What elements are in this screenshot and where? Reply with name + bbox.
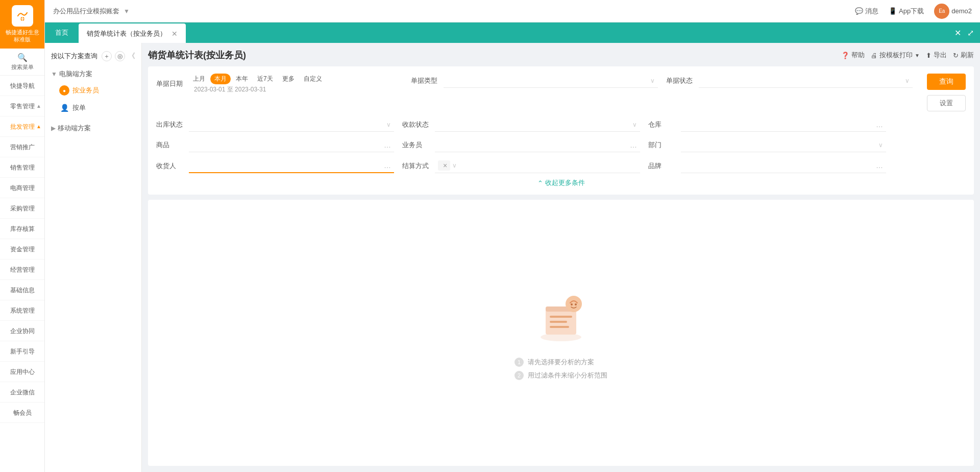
empty-tip-1: 1 请先选择要分析的方案: [514, 358, 607, 367]
date-btn-more[interactable]: 更多: [278, 74, 299, 84]
filter-goods-select[interactable]: …: [189, 138, 394, 152]
app-download-action[interactable]: 📱 App下载: [889, 7, 924, 16]
topbar-dropdown-icon[interactable]: ▼: [124, 8, 130, 15]
sidebar-item-sales[interactable]: 销售管理: [0, 157, 44, 178]
filter-brand: 品牌 …: [648, 159, 886, 173]
tabbar-close-icon[interactable]: ✕: [952, 26, 963, 40]
filter-warehouse: 仓库 …: [648, 117, 886, 132]
sidebar-item-ecommerce[interactable]: 电商管理: [0, 178, 44, 198]
refresh-btn[interactable]: ↻ 刷新: [953, 51, 974, 60]
print-dropdown-icon: ▼: [915, 53, 920, 58]
lp-edit-btn[interactable]: ◎: [115, 51, 125, 61]
set-btn[interactable]: 设置: [927, 95, 966, 111]
date-btn-custom[interactable]: 自定义: [300, 74, 326, 84]
date-btn-this-year[interactable]: 本年: [232, 74, 252, 84]
tip-num-2: 2: [514, 371, 524, 380]
sidebar-search[interactable]: 🔍 搜索菜单: [0, 49, 44, 76]
filter-out-status-select[interactable]: ∨: [189, 117, 394, 132]
export-icon: ⬆: [926, 52, 932, 59]
svg-point-10: [575, 303, 577, 305]
filter-salesperson-select[interactable]: …: [435, 138, 640, 152]
template-print-label: 按模板打印: [879, 51, 913, 60]
filter-payment-tag-close[interactable]: ×: [443, 161, 447, 170]
filter-consignee-input[interactable]: …: [189, 159, 394, 173]
btn-group: 查询 设置: [921, 74, 966, 111]
sidebar-item-member[interactable]: 畅会员: [0, 403, 44, 423]
user-action[interactable]: Ea demo2: [934, 4, 972, 19]
collapse-btn[interactable]: ⌃ 收起更多条件: [156, 178, 966, 187]
filter-doc-type: 单据类型 ∨: [411, 74, 657, 88]
sidebar-item-operations[interactable]: 经营管理: [0, 259, 44, 280]
empty-tip-2-text: 用过滤条件来缩小分析范围: [528, 371, 607, 380]
filter-consignee-label: 收货人: [156, 161, 185, 171]
page-title: 销货单统计表(按业务员): [148, 49, 246, 61]
tab-sales-stats[interactable]: 销货单统计表（按业务员） ✕: [79, 23, 186, 44]
template-print-btn[interactable]: 🖨 按模板打印 ▼: [871, 51, 920, 60]
logo-icon: [12, 5, 33, 27]
tabbar-expand-icon[interactable]: ⤢: [965, 26, 976, 40]
lp-item-by-order[interactable]: 👤 按单: [45, 99, 141, 116]
message-label: 消息: [865, 7, 878, 16]
content: 按以下方案查询 ＋ ◎ 《 ▼ 电脑端方案 ● 按业务员 👤: [45, 43, 980, 472]
date-btn-last-month[interactable]: 上月: [189, 74, 209, 84]
left-panel: 按以下方案查询 ＋ ◎ 《 ▼ 电脑端方案 ● 按业务员 👤: [45, 43, 142, 472]
sidebar-item-newbie[interactable]: 新手引导: [0, 341, 44, 362]
tabbar-actions: ✕ ⤢: [952, 26, 980, 40]
sidebar-logo[interactable]: 畅捷通好生意 标准版: [0, 0, 44, 49]
filter-doc-status-select[interactable]: ∨: [699, 74, 913, 88]
sidebar-item-basic[interactable]: 基础信息: [0, 280, 44, 300]
filter-doc-status: 单据状态 ∨: [666, 74, 913, 88]
sidebar-item-wechat[interactable]: 企业微信: [0, 382, 44, 403]
help-icon: ❓: [841, 52, 849, 59]
lp-collapse-btn[interactable]: 《: [128, 52, 135, 61]
filter-out-status-label: 出库状态: [156, 120, 185, 129]
right-content: 销货单统计表(按业务员) ❓ 帮助 🖨 按模板打印 ▼ ⬆ 导出: [142, 43, 980, 472]
filter-payment-label: 结算方式: [402, 161, 431, 171]
filter-doc-type-select[interactable]: ∨: [444, 74, 657, 88]
filter-consignee-dots: …: [384, 161, 391, 170]
lp-item-by-salesperson[interactable]: ● 按业务员: [45, 82, 141, 99]
sidebar-item-appstore[interactable]: 应用中心: [0, 362, 44, 382]
sidebar-item-shortcuts[interactable]: 快捷导航: [0, 76, 44, 96]
date-btn-this-month[interactable]: 本月: [210, 74, 231, 84]
topbar: 办公用品行业模拟账套 ▼ 💬 消息 📱 App下载 Ea demo2: [45, 0, 980, 22]
filter-goods-label: 商品: [156, 140, 185, 150]
sidebar-item-finance[interactable]: 资金管理: [0, 239, 44, 259]
filter-dept-caret: ∨: [878, 141, 883, 149]
filter-salesperson: 业务员 …: [402, 138, 640, 152]
sidebar-item-corp[interactable]: 企业协同: [0, 321, 44, 341]
left-panel-actions: ＋ ◎ 《: [102, 51, 135, 61]
filter-payment: 结算方式 × ∨: [402, 158, 640, 173]
lp-section-mobile-header[interactable]: ▶ 移动端方案: [45, 121, 141, 136]
filter-receipt-status-label: 收款状态: [402, 120, 431, 129]
message-action[interactable]: 💬 消息: [855, 7, 878, 16]
filter-brand-input[interactable]: …: [681, 159, 886, 173]
sidebar-item-inventory[interactable]: 库存核算: [0, 219, 44, 239]
sidebar-item-retail[interactable]: 零售管理 ▲: [0, 96, 44, 116]
sidebar-item-purchase[interactable]: 采购管理: [0, 198, 44, 219]
filter-receipt-status: 收款状态 ∨: [402, 117, 640, 132]
filter-goods: 商品 …: [156, 138, 394, 152]
filter-doc-status-label: 单据状态: [666, 76, 695, 85]
export-btn[interactable]: ⬆ 导出: [926, 51, 947, 60]
help-btn[interactable]: ❓ 帮助: [841, 51, 865, 60]
filter-doc-type-label: 单据类型: [411, 76, 439, 85]
tab-home[interactable]: 首页: [45, 22, 79, 43]
filter-consignee: 收货人 …: [156, 159, 394, 173]
date-btn-7days[interactable]: 近7天: [253, 74, 277, 84]
filter-dept-select[interactable]: ∨: [681, 138, 886, 152]
filter-warehouse-select[interactable]: …: [681, 117, 886, 132]
svg-point-8: [566, 296, 582, 312]
filter-dept-label: 部门: [648, 140, 677, 150]
filter-payment-select[interactable]: × ∨: [435, 158, 640, 173]
filter-receipt-status-select[interactable]: ∨: [435, 117, 640, 132]
lp-add-btn[interactable]: ＋: [102, 51, 112, 61]
query-btn[interactable]: 查询: [927, 74, 966, 90]
wholesale-arrow-icon: ▲: [36, 124, 41, 129]
sidebar-item-wholesale[interactable]: 批发管理 ▲: [0, 116, 44, 137]
sidebar-item-marketing[interactable]: 营销推广: [0, 137, 44, 157]
sidebar-item-system[interactable]: 系统管理: [0, 300, 44, 321]
tab-sales-stats-label: 销货单统计表（按业务员）: [87, 29, 166, 38]
tab-close-icon[interactable]: ✕: [172, 30, 178, 38]
lp-section-desktop-header[interactable]: ▼ 电脑端方案: [45, 66, 141, 82]
